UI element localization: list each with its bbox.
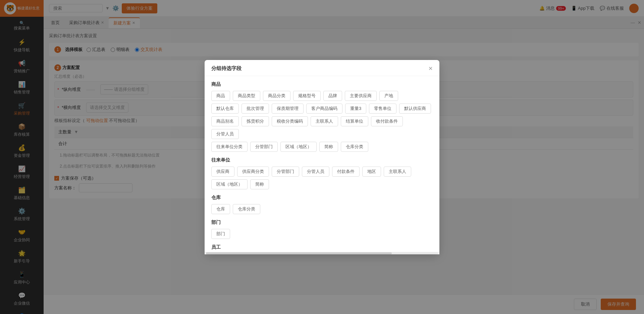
modal-overlay: 分组待选字段 ✕ 商品 商品 商品类型 商品分类 规格型号 品牌 主要供应商 产…: [0, 0, 644, 314]
field-tag-batch-mgmt[interactable]: 批次管理: [241, 104, 269, 114]
group-title-staff: 员工: [211, 244, 433, 250]
warehouse-fields: 仓库 仓库分类: [211, 204, 433, 214]
field-tag-short-name[interactable]: 简称: [319, 142, 338, 152]
group-title-product: 商品: [211, 81, 433, 87]
field-tag-product-alias[interactable]: 商品别名: [211, 116, 239, 126]
field-select-modal: 分组待选字段 ✕ 商品 商品 商品类型 商品分类 规格型号 品牌 主要供应商 产…: [205, 60, 439, 254]
field-tag-product[interactable]: 商品: [211, 91, 230, 101]
field-tag-supplier-cat[interactable]: 供应商分类: [237, 167, 269, 177]
field-tag-retail-unit[interactable]: 零售单位: [369, 104, 396, 114]
group-title-partner: 往来单位: [211, 157, 433, 163]
field-tag-supplier[interactable]: 供应商: [211, 167, 234, 177]
product-fields-row2: 默认仓库 批次管理 保质期管理 客户商品编码 重量3 零售单位 默认供应商: [211, 104, 433, 114]
field-tag-quality-mgmt[interactable]: 保质期管理: [272, 104, 304, 114]
field-tag-region2[interactable]: 区域（地区）: [211, 179, 248, 189]
product-fields-row4: 往来单位分类 分管部门 区域（地区） 简称 仓库分类: [211, 142, 433, 152]
dept-fields: 部门: [211, 229, 433, 239]
field-tag-dept-partner[interactable]: 分管部门: [272, 167, 299, 177]
field-tag-from-unit-cat[interactable]: 往来单位分类: [211, 142, 248, 152]
field-tag-weight3[interactable]: 重量3: [345, 104, 366, 114]
field-tag-origin[interactable]: 产地: [379, 91, 398, 101]
partner-fields-row2: 区域（地区） 简称: [211, 179, 433, 189]
field-group-partner: 往来单位 供应商 供应商分类 分管部门 分管人员 付款条件 地区 主联系人 区域…: [211, 157, 433, 189]
field-tag-main-supplier[interactable]: 主要供应商: [345, 91, 377, 101]
field-tag-brand[interactable]: 品牌: [323, 91, 342, 101]
scrollbar-thumb: [206, 252, 392, 254]
product-fields-row3: 商品别名 拣货积分 税收分类编码 主联系人 结算单位 收付款条件 分管人员: [211, 116, 433, 139]
horizontal-scrollbar[interactable]: [206, 252, 438, 254]
group-title-warehouse: 仓库: [211, 195, 433, 201]
field-tag-mgr-staff[interactable]: 分管人员: [211, 129, 239, 139]
field-group-warehouse: 仓库 仓库 仓库分类: [211, 195, 433, 214]
field-tag-area[interactable]: 地区: [362, 167, 381, 177]
field-tag-pickup-points[interactable]: 拣货积分: [241, 116, 269, 126]
field-tag-settlement-unit[interactable]: 结算单位: [341, 116, 368, 126]
field-tag-wh-category[interactable]: 仓库分类: [233, 204, 260, 214]
field-tag-wh-cat[interactable]: 仓库分类: [341, 142, 368, 152]
field-tag-customer-code[interactable]: 客户商品编码: [306, 104, 342, 114]
field-group-staff: 员工 业务员: [211, 244, 433, 252]
field-tag-main-contact[interactable]: 主联系人: [311, 116, 338, 126]
field-tag-default-warehouse[interactable]: 默认仓库: [211, 104, 239, 114]
field-tag-product-type[interactable]: 商品类型: [233, 91, 260, 101]
field-tag-department[interactable]: 部门: [211, 229, 230, 239]
modal-header: 分组待选字段 ✕: [205, 60, 439, 76]
product-fields: 商品 商品类型 商品分类 规格型号 品牌 主要供应商 产地: [211, 91, 433, 101]
field-tag-tax-code[interactable]: 税收分类编码: [272, 116, 308, 126]
field-group-dept: 部门 部门: [211, 219, 433, 239]
modal-title: 分组待选字段: [211, 65, 241, 72]
field-tag-dept-mgr[interactable]: 分管部门: [250, 142, 278, 152]
modal-body: 商品 商品 商品类型 商品分类 规格型号 品牌 主要供应商 产地 默认仓库 批次…: [205, 76, 439, 252]
field-group-product: 商品 商品 商品类型 商品分类 规格型号 品牌 主要供应商 产地 默认仓库 批次…: [211, 81, 433, 152]
group-title-dept: 部门: [211, 219, 433, 226]
field-tag-wh[interactable]: 仓库: [211, 204, 230, 214]
field-tag-payment-terms[interactable]: 收付款条件: [371, 116, 403, 126]
modal-close-button[interactable]: ✕: [428, 65, 433, 72]
field-tag-payment-cond[interactable]: 付款条件: [332, 167, 360, 177]
field-tag-short-name2[interactable]: 简称: [250, 179, 269, 189]
field-tag-spec-type[interactable]: 规格型号: [293, 91, 321, 101]
field-tag-region[interactable]: 区域（地区）: [280, 142, 317, 152]
partner-fields: 供应商 供应商分类 分管部门 分管人员 付款条件 地区 主联系人: [211, 167, 433, 177]
field-tag-default-supplier[interactable]: 默认供应商: [399, 104, 431, 114]
field-tag-partner-contact[interactable]: 主联系人: [384, 167, 411, 177]
modal-scrollbar-bottom: [205, 252, 439, 254]
field-tag-product-category[interactable]: 商品分类: [263, 91, 290, 101]
field-tag-dept-staff-partner[interactable]: 分管人员: [302, 167, 329, 177]
